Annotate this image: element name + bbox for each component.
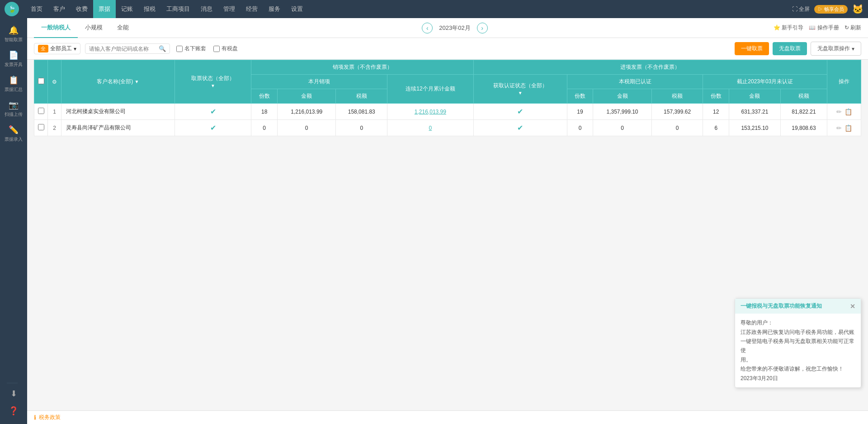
select-all-checkbox[interactable]	[38, 78, 44, 84]
new-guide-link[interactable]: ⭐ 新手引导	[774, 24, 803, 32]
nav-item-设置[interactable]: 设置	[286, 0, 308, 18]
th-operation: 操作	[827, 60, 861, 104]
cumulative-link[interactable]: 1,216,013.99	[415, 109, 446, 115]
row-checkbox[interactable]	[38, 108, 44, 114]
fetch-all-btn[interactable]: 一键取票	[735, 42, 769, 55]
row-fetch-status: ✔	[175, 104, 251, 120]
dropdown-arrow-icon: ▾	[74, 46, 76, 52]
no-disk-btn[interactable]: 无盘取票	[773, 42, 807, 55]
next-period-btn[interactable]: ›	[477, 23, 488, 33]
no-disk-ops-btn[interactable]: 无盘取票操作 ▾	[811, 42, 861, 56]
row-checkbox-cell[interactable]	[34, 104, 48, 120]
svg-text:🍃: 🍃	[8, 5, 16, 13]
nav-item-工商项目[interactable]: 工商项目	[161, 0, 195, 18]
sidebar-icon: 📋	[9, 75, 19, 85]
nav-item-经营[interactable]: 经营	[241, 0, 263, 18]
avatar-icon[interactable]: 🐱	[852, 4, 863, 14]
th-sales-group: 销项发票（不含作废票）	[251, 60, 473, 75]
search-input[interactable]	[89, 46, 157, 52]
sidebar-item-票据录入[interactable]: ✏️票据录入	[3, 121, 24, 146]
sidebar-icon: ✏️	[9, 125, 19, 135]
vip-btn[interactable]: ▷ 畅享会员	[814, 5, 848, 14]
tax-disk-label: 有税盘	[222, 45, 238, 52]
fetch-filter-icon[interactable]: ▼	[211, 83, 215, 88]
name-account-label: 名下账套	[184, 45, 206, 52]
download-icon: ⬇	[10, 389, 17, 399]
cert-filter-icon[interactable]: ▼	[518, 91, 523, 95]
nav-item-报税[interactable]: 报税	[138, 0, 161, 18]
row-uncert-amount: 631,337.21	[729, 104, 781, 120]
th-purchase-group: 进项发票（不含作废票）	[473, 60, 827, 75]
nav-item-收费[interactable]: 收费	[71, 0, 93, 18]
row-purch-count: 0	[567, 120, 593, 136]
table-body: 1 河北柯搂桌实业有限公司 ✔ 18 1,216,013.99 158,081.…	[34, 104, 861, 136]
th-purch-count: 份数	[567, 89, 593, 104]
nav-item-客户[interactable]: 客户	[48, 0, 71, 18]
sidebar-item-help[interactable]: ❓	[7, 402, 20, 419]
th-sales-amount: 金额	[278, 89, 336, 104]
main-table: ⚙ 客户名称(全部) ▼ 取票状态（全部） ▼ 销项发票（不含作废票） 进项发票…	[34, 60, 861, 136]
copy-icon[interactable]: 📋	[844, 124, 852, 132]
nav-item-票据[interactable]: 票据	[93, 0, 116, 18]
tab-一般纳税人[interactable]: 一般纳税人	[34, 18, 78, 38]
notification-line: 2023年3月20日	[741, 374, 855, 383]
nav-item-服务[interactable]: 服务	[263, 0, 286, 18]
nav-item-记账[interactable]: 记账	[116, 0, 138, 18]
manual-link[interactable]: 📖 操作手册	[809, 24, 839, 32]
top-navigation: 🍃 首页客户收费票据记账报税工商项目消息管理经营服务设置 ⛶ 全屏 ▷ 畅享会员…	[0, 0, 868, 18]
tax-disk-checkbox[interactable]: 有税盘	[213, 45, 238, 52]
th-uncert-tax: 税额	[780, 89, 827, 104]
row-cert-status: ✔	[473, 120, 567, 136]
settings-icon[interactable]: ⚙	[52, 79, 57, 85]
row-cert-status: ✔	[473, 104, 567, 120]
tab-全能[interactable]: 全能	[110, 18, 136, 38]
employee-label: 全部员工	[50, 45, 72, 52]
nav-item-管理[interactable]: 管理	[218, 0, 241, 18]
th-sales-count: 份数	[251, 89, 278, 104]
row-checkbox-cell[interactable]	[34, 120, 48, 136]
edit-icon[interactable]: ✏	[836, 108, 842, 115]
row-num: 1	[48, 104, 61, 120]
fullscreen-btn[interactable]: ⛶ 全屏	[792, 5, 810, 13]
th-uncert-count: 份数	[703, 89, 729, 104]
row-purch-amount: 0	[593, 120, 651, 136]
prev-period-btn[interactable]: ‹	[422, 23, 433, 33]
row-checkbox[interactable]	[38, 124, 44, 130]
sidebar-item-发票开具[interactable]: 📄发票开具	[3, 47, 24, 71]
th-uncert-amount: 金额	[729, 89, 781, 104]
cumulative-link[interactable]: 0	[429, 125, 432, 131]
sidebar-label: 扫描上传	[5, 111, 23, 118]
employee-filter[interactable]: 全 全部员工 ▾	[34, 43, 80, 54]
notification-header: 一键报税与无盘取票功能恢复通知 ✕	[735, 299, 861, 314]
refresh-link[interactable]: ↻ 刷新	[844, 24, 861, 32]
tax-disk-input[interactable]	[213, 46, 220, 52]
table-row: 1 河北柯搂桌实业有限公司 ✔ 18 1,216,013.99 158,081.…	[34, 104, 861, 120]
sidebar-bottom: ⬇ ❓	[7, 381, 20, 424]
row-cumulative: 1,216,013.99	[387, 104, 474, 120]
name-account-input[interactable]	[176, 46, 183, 52]
name-account-checkbox[interactable]: 名下账套	[176, 45, 206, 52]
sidebar-item-download[interactable]: ⬇	[7, 385, 20, 402]
sidebar-item-票据汇总[interactable]: 📋票据汇总	[3, 71, 24, 96]
sidebar-item-扫描上传[interactable]: 📷扫描上传	[3, 96, 24, 121]
notification-title: 一键报税与无盘取票功能恢复通知	[741, 302, 822, 310]
row-uncert-count: 6	[703, 120, 729, 136]
row-uncert-count: 12	[703, 104, 729, 120]
toolbar-right: 一键取票 无盘取票 无盘取票操作 ▾	[735, 42, 861, 56]
tax-policy-link[interactable]: 税务政策	[39, 414, 61, 421]
notification-close-btn[interactable]: ✕	[850, 303, 855, 310]
nav-item-消息[interactable]: 消息	[195, 0, 218, 18]
th-cumulative: 连续12个月累计金额	[387, 75, 474, 104]
filter-icon[interactable]: ▼	[135, 79, 139, 84]
app-logo[interactable]: 🍃	[5, 2, 19, 16]
row-cumulative: 0	[387, 120, 474, 136]
sidebar-item-智能取票[interactable]: 🔔智能取票	[3, 22, 24, 47]
edit-icon[interactable]: ✏	[836, 124, 842, 132]
copy-icon[interactable]: 📋	[844, 108, 852, 115]
th-settings: ⚙	[48, 60, 61, 104]
tab-小规模[interactable]: 小规模	[78, 18, 110, 38]
th-cert-status: 获取认证状态（全部） ▼	[473, 75, 567, 104]
nav-item-首页[interactable]: 首页	[25, 0, 48, 18]
row-actions: ✏ 📋	[827, 120, 861, 136]
search-icon[interactable]: 🔍	[159, 45, 166, 52]
